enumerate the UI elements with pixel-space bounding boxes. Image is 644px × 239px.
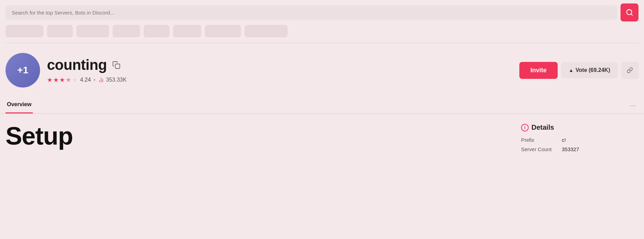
nav-pill-8[interactable]: [244, 25, 288, 37]
nav-pill-3[interactable]: [76, 25, 109, 37]
search-icon: [626, 9, 633, 16]
star-1: ★: [47, 76, 52, 84]
prefix-label: Prefix: [521, 137, 559, 143]
content-area: Setup i Details Prefix c! Server Count 3…: [0, 114, 644, 156]
svg-line-1: [631, 14, 632, 15]
tabs-section: Overview ···: [0, 97, 644, 114]
bot-stats: ★ ★ ★ ★ ★ 4.24 • 353.33K: [47, 76, 127, 84]
nav-pill-5[interactable]: [144, 25, 170, 37]
server-count-label: Server Count: [521, 146, 559, 152]
nav-pill-4[interactable]: [113, 25, 140, 37]
server-count-stat: 353.33K: [98, 77, 127, 83]
copy-icon[interactable]: [111, 59, 122, 71]
nav-pill-7[interactable]: [205, 25, 241, 37]
link-button[interactable]: [621, 62, 638, 79]
tab-overview[interactable]: Overview: [6, 97, 33, 113]
setup-heading: Setup: [6, 123, 507, 148]
separator: •: [94, 77, 95, 83]
action-buttons: Invite ▲ Vote (69.24K): [519, 62, 638, 79]
svg-rect-2: [115, 64, 120, 68]
invite-button[interactable]: Invite: [519, 62, 558, 79]
link-icon: [627, 67, 633, 73]
search-input[interactable]: [12, 10, 611, 16]
nav-pills-row: [0, 25, 644, 43]
more-button[interactable]: ···: [627, 100, 638, 111]
nav-pill-1[interactable]: [6, 25, 44, 37]
tabs-list: Overview: [6, 97, 42, 113]
prefix-value: c!: [562, 137, 566, 143]
vote-button[interactable]: ▲ Vote (69.24K): [561, 62, 618, 78]
bot-name-row: counting: [47, 57, 127, 73]
bar-chart-icon: [98, 77, 104, 83]
rating-value: 4.24: [80, 77, 91, 83]
star-rating: ★ ★ ★ ★ ★: [47, 76, 77, 84]
server-count-value: 353327: [562, 146, 579, 152]
details-title: i Details: [521, 123, 638, 131]
bot-profile: +1 counting ★ ★ ★ ★ ★ 4.24 •: [0, 43, 644, 94]
nav-pill-6[interactable]: [173, 25, 201, 37]
star-2: ★: [53, 76, 59, 84]
upvote-arrow-icon: ▲: [569, 67, 574, 73]
server-count-row: Server Count 353327: [521, 146, 638, 152]
main-content: Setup: [6, 123, 507, 156]
top-bar: [0, 0, 644, 25]
star-4: ★: [66, 76, 71, 84]
star-5: ★: [72, 76, 77, 84]
search-button[interactable]: [621, 3, 638, 21]
search-wrapper: [6, 6, 617, 20]
bot-info: counting ★ ★ ★ ★ ★ 4.24 •: [47, 57, 127, 84]
bot-name: counting: [47, 57, 107, 73]
info-icon: i: [521, 124, 529, 131]
star-3: ★: [59, 76, 65, 84]
avatar: +1: [6, 53, 40, 88]
prefix-row: Prefix c!: [521, 137, 638, 143]
nav-pill-2[interactable]: [47, 25, 73, 37]
details-panel: i Details Prefix c! Server Count 353327: [521, 123, 638, 156]
